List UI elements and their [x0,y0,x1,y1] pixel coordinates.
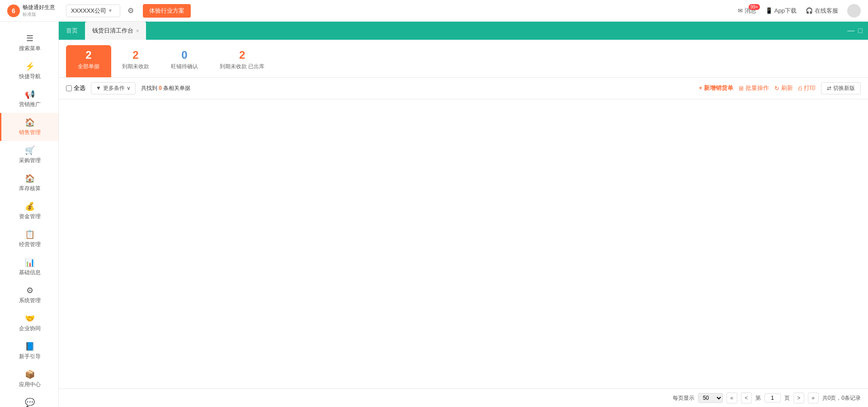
sidebar-icon-guide: 📘 [25,342,35,351]
sidebar-label-quick-nav: 快捷导航 [19,73,41,80]
select-all-input[interactable] [66,85,72,91]
tab-close-icon[interactable]: × [136,28,139,33]
refresh-button[interactable]: ↻ 刷新 [774,84,793,92]
sidebar-item-purchase-mgmt[interactable]: 🛒 采购管理 [0,141,58,169]
message-icon: ✉ [738,7,743,14]
online-service-label: 在线客服 [815,7,838,15]
per-page-select[interactable]: 50 100 200 [698,393,723,403]
logo-icon: 6 [7,5,20,17]
maximize-icon[interactable]: □ [858,27,863,35]
tab-active[interactable]: 钱货日清工作台 × [85,22,146,40]
sidebar-icon-operations: 📋 [25,229,35,239]
stat-tab-0[interactable]: 2 全部单据 [66,45,111,77]
next-page-button[interactable]: > [793,393,804,403]
main-content: 首页 钱货日清工作台 × — □ 2 全部单据 2 到期未收款 0 旺铺待确认 … [59,22,868,407]
sidebar-item-base-info[interactable]: 📊 基础信息 [0,253,58,281]
sidebar-label-enterprise: 企业协同 [19,325,41,332]
content-area: 2 全部单据 2 到期未收款 0 旺铺待确认 2 到期未收款 已出库 全选 ▼ … [59,40,868,407]
sidebar-icon-system-mgmt: ⚙ [26,285,33,295]
sidebar-label-purchase-mgmt: 采购管理 [19,157,41,164]
sidebar-icon-quick-nav: ⚡ [25,61,35,71]
sidebar-item-guide[interactable]: 📘 新手引导 [0,337,58,365]
table-area [59,99,868,388]
print-button[interactable]: ⎙ 打印 [798,84,816,92]
sidebar-item-sales-mgmt[interactable]: 🏠 销售管理 [0,113,58,141]
stat-num-2: 0 [181,49,187,62]
first-page-button[interactable]: « [726,393,737,403]
select-all-checkbox[interactable]: 全选 [66,84,85,92]
sidebar-label-finance: 资金管理 [19,213,41,220]
batch-operation-button[interactable]: ⊞ 批量操作 [739,84,769,92]
sidebar-icon-wechat: 💬 [25,398,35,407]
message-badge: 99+ [749,4,760,10]
header-right: ✉ 消息 99+ 📱 App下载 🎧 在线客服 [738,4,861,18]
stat-label-3: 到期未收款 已出库 [220,63,264,70]
user-avatar[interactable] [847,4,861,18]
minimize-icon[interactable]: — [847,27,854,35]
add-sales-order-button[interactable]: + 新增销货单 [699,84,733,92]
sidebar-item-inventory[interactable]: 🏠 库存核算 [0,169,58,197]
page-label: 第 [755,394,761,402]
stat-num-0: 2 [85,49,91,62]
refresh-label: 刷新 [781,84,793,92]
experience-button[interactable]: 体验行业方案 [143,4,191,18]
pagination: 每页显示 50 100 200 « < 第 页 > » 共0页，0条记录 [59,388,868,407]
switch-version-button[interactable]: ⇄ 切换新版 [821,82,861,94]
tab-home[interactable]: 首页 [59,22,85,40]
batch-label: 批量操作 [745,84,769,92]
app-download-button[interactable]: 📱 App下载 [765,7,797,15]
batch-icon: ⊞ [739,85,744,92]
sidebar-item-wechat[interactable]: 💬 企业微信 [0,393,58,407]
sidebar-label-inventory: 库存核算 [19,185,41,192]
stat-tab-3[interactable]: 2 到期未收款 已出库 [209,45,275,77]
sidebar-icon-purchase-mgmt: 🛒 [25,145,35,155]
message-button[interactable]: ✉ 消息 99+ [738,7,756,15]
gear-icon: ⚙ [127,6,134,15]
stat-num-1: 2 [132,49,138,62]
stat-tab-1[interactable]: 2 到期未收款 [111,45,160,77]
sidebar-label-marketing: 营销推广 [19,101,41,108]
sidebar-item-marketing[interactable]: 📢 营销推广 [0,85,58,113]
total-label: 共0页，0条记录 [822,394,861,402]
page-input[interactable] [764,393,781,402]
per-page-label: 每页显示 [673,394,694,402]
print-label: 打印 [804,84,816,92]
sidebar-item-search-menu[interactable]: ☰ 搜索菜单 [0,29,58,57]
add-sales-order-label: + 新增销货单 [699,84,733,92]
found-prefix: 共找到 [141,85,157,91]
sidebar-item-finance[interactable]: 💰 资金管理 [0,197,58,225]
found-count: 0 [159,85,162,91]
company-selector[interactable]: XXXXXX公司 ▼ [66,5,120,17]
sidebar-item-enterprise[interactable]: 🤝 企业协同 [0,309,58,337]
stat-label-2: 旺铺待确认 [171,63,198,70]
headset-icon: 🎧 [806,7,813,14]
prev-page-button[interactable]: < [741,393,752,403]
sidebar-icon-app-center: 📦 [25,370,35,379]
online-service-button[interactable]: 🎧 在线客服 [806,7,838,15]
gear-button[interactable]: ⚙ [124,4,137,18]
found-text: 共找到 0 条相关单据 [141,84,190,92]
sidebar-item-system-mgmt[interactable]: ⚙ 系统管理 [0,281,58,309]
stat-label-0: 全部单据 [78,63,99,70]
toolbar-right: + 新增销货单 ⊞ 批量操作 ↻ 刷新 ⎙ 打印 ⇄ [699,82,861,94]
stat-label-1: 到期未收款 [122,63,149,70]
last-page-button[interactable]: » [808,393,819,403]
sidebar-item-quick-nav[interactable]: ⚡ 快捷导航 [0,57,58,85]
sidebar-label-system-mgmt: 系统管理 [19,297,41,304]
refresh-icon: ↻ [774,85,779,92]
filter-button[interactable]: ▼ 更多条件 ∨ [91,82,136,94]
sidebar-item-app-center[interactable]: 📦 应用中心 [0,365,58,393]
logo-text: 畅捷通好生意 标准版 [23,4,55,17]
found-suffix: 条相关单据 [163,85,190,91]
download-icon: 📱 [765,7,773,14]
sidebar-item-operations[interactable]: 📋 经营管理 [0,225,58,253]
sidebar-label-operations: 经营管理 [19,241,41,248]
page-suffix: 页 [784,394,790,402]
switch-label: 切换新版 [833,84,855,92]
sidebar-icon-search-menu: ☰ [26,33,33,43]
filter-label: 更多条件 [103,84,125,92]
select-all-label: 全选 [74,84,85,92]
sidebar-icon-base-info: 📊 [25,257,35,267]
stat-tab-2[interactable]: 0 旺铺待确认 [160,45,209,77]
sidebar-label-search-menu: 搜索菜单 [19,45,41,52]
